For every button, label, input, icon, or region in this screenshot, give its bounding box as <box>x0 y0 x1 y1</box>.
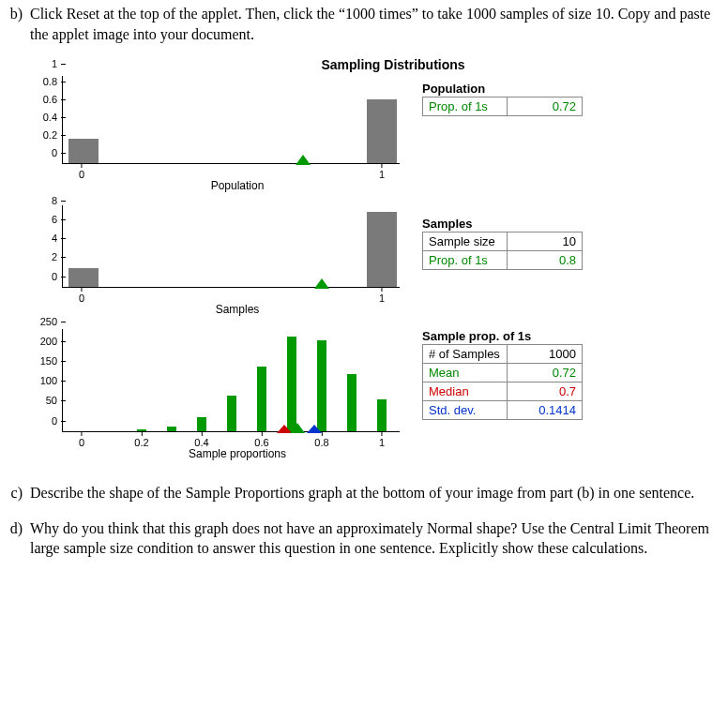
samp-prop-value: 0.8 <box>508 251 583 270</box>
dist-bar <box>347 374 356 431</box>
dist-sd-marker-icon <box>307 425 322 433</box>
pop-bar-0 <box>68 139 99 163</box>
samp-axis-label: Samples <box>19 303 413 316</box>
dist-mean-marker-icon <box>290 423 305 433</box>
population-row: 0 0.2 0.4 0.6 0.8 1 0 1 Population Popul… <box>19 76 720 192</box>
q-label-b: b) <box>0 4 30 44</box>
pop-prop-label: Prop. of 1s <box>423 98 508 116</box>
dist-bar <box>317 340 326 431</box>
dist-chart: 0 50 100 150 200 250 0 0.2 0.4 0.6 0.8 1 <box>19 329 413 460</box>
samples-chart: 0 2 4 6 8 0 1 Samples <box>19 205 413 316</box>
q-label-d: d) <box>0 518 30 559</box>
dist-mean-label: Mean <box>423 364 508 382</box>
dist-table: # of Samples 1000 Mean 0.72 Median 0.7 S… <box>422 344 583 420</box>
dist-axis-label: Sample proportions <box>19 447 413 460</box>
pop-mean-marker-icon <box>296 155 311 165</box>
pop-bar-1 <box>367 99 397 163</box>
pop-title: Population <box>422 82 583 96</box>
population-info: Population Prop. of 1s 0.72 <box>422 82 583 116</box>
samples-row: 0 2 4 6 8 0 1 Samples Samples Sample siz… <box>19 205 720 316</box>
dist-sd-value: 0.1414 <box>508 401 583 420</box>
samp-mean-marker-icon <box>314 278 329 289</box>
dist-bar <box>197 417 206 431</box>
samp-prop-label: Prop. of 1s <box>423 251 508 270</box>
samp-title: Samples <box>422 217 583 231</box>
dist-mean-value: 0.72 <box>508 364 583 382</box>
q-label-c: c) <box>0 483 30 503</box>
q-text-d: Why do you think that this graph does no… <box>30 518 720 559</box>
dist-info: Sample prop. of 1s # of Samples 1000 Mea… <box>422 329 583 420</box>
dist-bar <box>377 399 387 431</box>
dist-row: 0 50 100 150 200 250 0 0.2 0.4 0.6 0.8 1 <box>19 329 720 460</box>
pop-table: Prop. of 1s 0.72 <box>422 97 583 116</box>
q-text-c: Describe the shape of the Sample Proport… <box>30 483 720 503</box>
q-text-b: Click Reset at the top of the applet. Th… <box>30 4 720 44</box>
question-c: c) Describe the shape of the Sample Prop… <box>0 483 720 503</box>
question-b: b) Click Reset at the top of the applet.… <box>0 4 720 44</box>
samp-size-value: 10 <box>508 232 583 251</box>
applet: 0 0.2 0.4 0.6 0.8 1 0 1 Population Popul… <box>0 76 720 460</box>
dist-median-value: 0.7 <box>508 382 583 401</box>
pop-axis-label: Population <box>19 179 413 192</box>
samp-bar-0 <box>68 268 99 287</box>
applet-title: Sampling Distributions <box>0 57 720 72</box>
dist-median-label: Median <box>423 382 508 401</box>
samp-table: Sample size 10 Prop. of 1s 0.8 <box>422 232 583 270</box>
pop-prop-value: 0.72 <box>508 98 583 116</box>
dist-bar <box>167 427 176 431</box>
population-chart: 0 0.2 0.4 0.6 0.8 1 0 1 Population <box>19 76 413 192</box>
dist-n-value: 1000 <box>508 345 583 364</box>
dist-bar <box>257 367 266 431</box>
dist-bar <box>137 429 146 431</box>
dist-bar <box>227 396 236 431</box>
samples-info: Samples Sample size 10 Prop. of 1s 0.8 <box>422 217 583 270</box>
samp-bar-1 <box>367 212 397 287</box>
dist-title: Sample prop. of 1s <box>422 329 583 343</box>
dist-bar <box>287 337 296 431</box>
samp-size-label: Sample size <box>423 232 508 251</box>
dist-sd-label: Std. dev. <box>423 401 508 420</box>
dist-n-label: # of Samples <box>423 345 508 364</box>
question-d: d) Why do you think that this graph does… <box>0 518 720 559</box>
